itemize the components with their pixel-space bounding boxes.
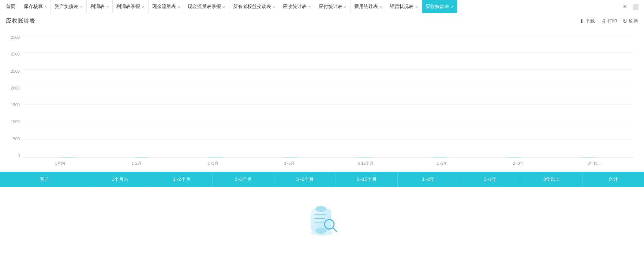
tab-cash-flow[interactable]: 现金流量表 × [149, 0, 184, 13]
col-1-2year: 1~2年 [398, 172, 460, 187]
col-customer: 客户 [0, 172, 89, 187]
tab-profit-loss-label: 利润表 [90, 3, 105, 10]
y-label-2500: 2500 [11, 35, 20, 39]
empty-state [0, 187, 644, 245]
tab-operations[interactable]: 经营状况表 × [386, 0, 422, 13]
tab-equity-changes-label: 所有者权益变动表 [233, 3, 271, 10]
header-actions: ⬇ 下载 🖨 打印 ↻ 刷新 [580, 18, 638, 24]
bar-group-1月内 [30, 157, 104, 157]
svg-point-3 [315, 206, 326, 212]
col-6-12month: 6~12个月 [336, 172, 398, 187]
tab-profit-loss-close[interactable]: × [106, 4, 109, 9]
bar-2-3月 [209, 157, 222, 157]
col-3-6month: 3~6个月 [274, 172, 336, 187]
bar-group-6-12月 [328, 157, 402, 157]
tab-balance-sheet-label: 资产负债表 [55, 3, 78, 10]
page-title: 应收账龄表 [6, 17, 35, 25]
y-axis: 2500 2500 2500 2000 1500 1000 500 0 [7, 35, 22, 158]
window-close-button[interactable]: ✕ [621, 2, 629, 11]
x-label-1月内: 1月内 [22, 161, 98, 166]
refresh-label: 刷新 [629, 18, 638, 24]
tab-ap-stats-label: 应付统计表 [319, 3, 342, 10]
download-button[interactable]: ⬇ 下载 [580, 18, 595, 24]
y-label-2000: 2500 [11, 52, 20, 56]
tab-cash-flow-quarterly-close[interactable]: × [223, 4, 225, 9]
refresh-icon: ↻ [623, 18, 627, 24]
window-maximize-button[interactable]: ⬜ [631, 2, 640, 11]
col-total: 合计 [583, 172, 644, 187]
bar-group-3-6月 [253, 157, 328, 157]
x-label-2-3月: 2~3月 [175, 161, 251, 166]
col-3year-plus: 3年以上 [521, 172, 583, 187]
bar-1月内 [60, 157, 74, 157]
bar-group-1-2年 [402, 157, 477, 157]
y-label-0: 0 [18, 153, 20, 158]
refresh-button[interactable]: ↻ 刷新 [623, 18, 638, 24]
y-label-1000: 2000 [11, 86, 20, 90]
tab-expense-stats-close[interactable]: × [380, 4, 382, 9]
y-label-500: 1500 [11, 103, 20, 107]
tab-equity-changes-close[interactable]: × [273, 4, 275, 9]
col-2-3month: 2~3个月 [213, 172, 274, 187]
chart-container: 2500 2500 2500 2000 1500 1000 500 0 [7, 35, 637, 169]
x-label-3-6月: 3~6月 [251, 161, 327, 166]
tab-home[interactable]: 首页 [1, 0, 20, 13]
x-label-2-3年: 2~3年 [480, 161, 557, 166]
tab-profit-loss[interactable]: 利润表 × [87, 0, 113, 13]
x-label-6-12月: 6-12个月 [327, 161, 404, 166]
tab-cash-flow-quarterly[interactable]: 现金流量表季报 × [184, 0, 229, 13]
tab-ar-aging-close[interactable]: × [451, 4, 453, 9]
tab-ap-stats[interactable]: 应付统计表 × [315, 0, 351, 13]
x-axis: 1月内 1-2月 2~3月 3~6月 6-12个月 1~2年 2~3年 3年以上 [22, 158, 633, 169]
bar-group-3年以上 [551, 157, 626, 157]
tab-expense-stats[interactable]: 费用统计表 × [351, 0, 386, 13]
tab-ar-stats-close[interactable]: × [308, 4, 311, 9]
download-label: 下载 [585, 18, 595, 24]
x-label-1-2年: 1~2年 [404, 161, 480, 166]
tab-profit-quarterly[interactable]: 利润表季报 × [113, 0, 148, 13]
print-button[interactable]: 🖨 打印 [601, 18, 617, 24]
chart-area: 2500 2500 2500 2000 1500 1000 500 0 [0, 29, 644, 172]
tab-inventory-label: 库存核算 [24, 3, 43, 10]
tab-cash-flow-quarterly-label: 现金流量表季报 [188, 3, 221, 10]
tab-ar-aging[interactable]: 应收账龄表 × [422, 0, 457, 13]
print-icon: 🖨 [601, 18, 606, 24]
tab-cash-flow-close[interactable]: × [178, 4, 180, 9]
y-label-1500: 2500 [11, 69, 20, 73]
main-content: 2500 2500 2500 2000 1500 1000 500 0 [0, 29, 644, 263]
tab-balance-sheet-close[interactable]: × [80, 4, 82, 9]
tab-ar-aging-label: 应收账龄表 [426, 3, 449, 10]
y-label-1000b: 1000 [11, 119, 20, 124]
col-2-3year: 2~3年 [459, 172, 521, 187]
tab-operations-close[interactable]: × [415, 4, 418, 9]
x-label-1-2月: 1-2月 [98, 161, 175, 166]
tab-ar-stats-label: 应收统计表 [283, 3, 307, 10]
bar-3-6月 [284, 157, 297, 157]
bar-3年以上 [582, 157, 595, 157]
tab-expense-stats-label: 费用统计表 [354, 3, 378, 10]
tab-cash-flow-label: 现金流量表 [152, 3, 176, 10]
tab-balance-sheet[interactable]: 资产负债表 × [51, 0, 86, 13]
tab-ar-stats[interactable]: 应收统计表 × [279, 0, 315, 13]
col-1-2month: 1~2个月 [151, 172, 213, 187]
tab-inventory[interactable]: 库存核算 × [20, 0, 51, 13]
bar-1-2年 [433, 157, 446, 157]
bar-2-3年 [508, 157, 521, 157]
bar-6-12月 [358, 157, 371, 157]
empty-state-icon [304, 202, 340, 238]
tab-bar: 首页 库存核算 × 资产负债表 × 利润表 × 利润表季报 × 现金流量表 × … [0, 0, 644, 13]
svg-point-9 [326, 221, 333, 228]
window-controls: ✕ ⬜ [621, 2, 643, 11]
tab-equity-changes[interactable]: 所有者权益变动表 × [229, 0, 279, 13]
tab-profit-quarterly-label: 利润表季报 [116, 3, 140, 10]
tab-profit-quarterly-close[interactable]: × [142, 4, 144, 9]
tab-ap-stats-close[interactable]: × [344, 4, 347, 9]
bar-group-2-3年 [477, 157, 551, 157]
svg-line-10 [333, 228, 337, 232]
page-header: 应收账龄表 ⬇ 下载 🖨 打印 ↻ 刷新 [0, 13, 644, 29]
bar-group-1-2月 [104, 157, 179, 157]
tab-inventory-close[interactable]: × [45, 4, 47, 9]
tab-home-label: 首页 [6, 3, 15, 10]
svg-point-4 [315, 228, 326, 234]
y-label-500b: 500 [13, 137, 20, 141]
